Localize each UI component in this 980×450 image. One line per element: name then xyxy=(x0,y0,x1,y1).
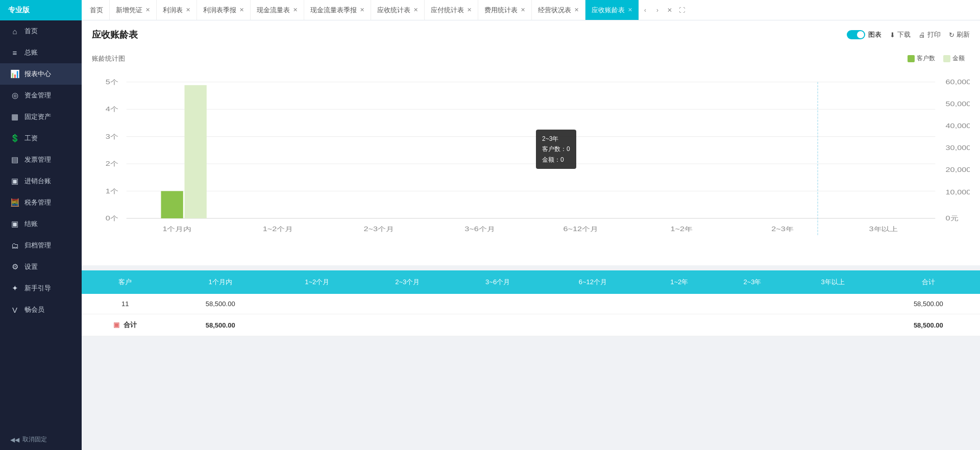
print-button[interactable]: 🖨 打印 xyxy=(919,30,941,39)
total-month1: 58,500.00 xyxy=(169,314,272,336)
funds-icon: ◎ xyxy=(10,91,19,100)
svg-text:2个: 2个 xyxy=(106,160,118,167)
legend-amount-color xyxy=(943,55,950,62)
svg-text:4个: 4个 xyxy=(106,106,118,113)
tab-ar-stat[interactable]: 应收统计表 ✕ xyxy=(371,0,425,20)
tab-cashflow-quarter[interactable]: 现金流量表季报 ✕ xyxy=(304,0,371,20)
sidebar-item-invoice[interactable]: ▤ 发票管理 xyxy=(0,149,82,170)
page-title: 应收账龄表 xyxy=(92,29,138,41)
svg-text:10,000.00元: 10,000.00元 xyxy=(946,189,970,196)
chart-title: 账龄统计图 xyxy=(92,54,970,63)
refresh-button[interactable]: ↻ 刷新 xyxy=(949,30,970,39)
sidebar-item-home[interactable]: ⌂ 首页 xyxy=(0,20,82,42)
col-month1-2: 1~2个月 xyxy=(272,270,362,294)
tab-cashflow-quarter-close[interactable]: ✕ xyxy=(360,7,364,13)
sidebar-item-vip[interactable]: V 畅会员 xyxy=(0,299,82,320)
chart-container: 5个 4个 3个 2个 1个 0个 60,000.00元 50,000.00元 … xyxy=(92,68,970,257)
vip-icon: V xyxy=(10,306,19,314)
chart-toggle-wrap[interactable]: 图表 xyxy=(847,30,881,39)
pin-label: 取消固定 xyxy=(22,435,47,444)
cell-month3-6 xyxy=(453,294,543,314)
page-actions: 图表 ⬇ 下载 🖨 打印 ↻ 刷新 xyxy=(847,30,970,39)
tab-ar-aging-label: 应收账龄表 xyxy=(592,6,625,15)
sidebar-pin-toggle[interactable]: ◀◀ 取消固定 xyxy=(0,429,82,450)
tab-ar-aging-close[interactable]: ✕ xyxy=(628,7,632,13)
tab-ap-stat[interactable]: 应付统计表 ✕ xyxy=(425,0,478,20)
col-year1-2: 1~2年 xyxy=(643,270,716,294)
sidebar-item-inventory[interactable]: ▣ 进销台账 xyxy=(0,170,82,192)
legend-customer-label: 客户数 xyxy=(917,54,935,63)
sidebar-item-label: 固定资产 xyxy=(24,112,51,121)
tab-scroll-right[interactable]: › xyxy=(651,0,664,20)
tab-home-label: 首页 xyxy=(90,6,103,15)
sidebar-item-label: 归档管理 xyxy=(24,241,51,250)
sidebar-item-label: 设置 xyxy=(24,262,38,271)
main-area: 首页 新增凭证 ✕ 利润表 ✕ 利润表季报 ✕ 现金流量表 ✕ 现金流量表季报 … xyxy=(82,0,980,450)
tab-profit-close[interactable]: ✕ xyxy=(186,7,190,13)
total-total: 58,500.00 xyxy=(877,314,980,336)
tab-profit-quarter-close[interactable]: ✕ xyxy=(239,7,244,13)
sidebar-item-ledger[interactable]: ≡ 总账 xyxy=(0,42,82,63)
tab-expense-stat-close[interactable]: ✕ xyxy=(521,7,525,13)
cell-year1-2 xyxy=(643,294,716,314)
tab-ar-stat-label: 应收统计表 xyxy=(377,6,410,15)
archive-icon: 🗂 xyxy=(10,241,19,250)
tab-profit-quarter[interactable]: 利润表季报 ✕ xyxy=(197,0,251,20)
sidebar-item-guide[interactable]: ✦ 新手引导 xyxy=(0,278,82,299)
svg-text:1个: 1个 xyxy=(106,187,118,194)
legend-amount-label: 金额 xyxy=(952,54,965,63)
tab-close-current[interactable]: ✕ xyxy=(664,0,676,20)
total-year1-2 xyxy=(643,314,716,336)
bar-customer-month1[interactable] xyxy=(161,191,183,218)
sidebar-item-archive[interactable]: 🗂 归档管理 xyxy=(0,235,82,256)
tab-home[interactable]: 首页 xyxy=(84,0,110,20)
total-label-text: 合计 xyxy=(124,321,137,329)
total-month2-3 xyxy=(362,314,453,336)
tab-cashflow[interactable]: 现金流量表 ✕ xyxy=(251,0,304,20)
print-label: 打印 xyxy=(927,30,941,39)
tab-expense-stat[interactable]: 费用统计表 ✕ xyxy=(478,0,532,20)
sidebar-item-settings[interactable]: ⚙ 设置 xyxy=(0,256,82,278)
tab-ap-stat-close[interactable]: ✕ xyxy=(467,7,472,13)
col-month6-12: 6~12个月 xyxy=(543,270,643,294)
tab-profit[interactable]: 利润表 ✕ xyxy=(157,0,197,20)
tab-ar-aging[interactable]: 应收账龄表 ✕ xyxy=(585,0,639,20)
table-header-row: 客户 1个月内 1~2个月 2~3个月 3~6个月 6~12个月 1~2年 2~… xyxy=(82,270,980,294)
sidebar-item-label: 资金管理 xyxy=(24,91,51,100)
sidebar-item-label: 进销台账 xyxy=(24,177,51,186)
sidebar-item-closing[interactable]: ▣ 结账 xyxy=(0,213,82,235)
sidebar-item-funds[interactable]: ◎ 资金管理 xyxy=(0,85,82,106)
tab-scroll-left[interactable]: ‹ xyxy=(639,0,651,20)
total-month6-12 xyxy=(543,314,643,336)
guide-icon: ✦ xyxy=(10,284,19,293)
legend-customer-color xyxy=(908,55,915,62)
tab-operation-close[interactable]: ✕ xyxy=(574,7,579,13)
chart-toggle[interactable] xyxy=(847,30,865,39)
chart-svg: 5个 4个 3个 2个 1个 0个 60,000.00元 50,000.00元 … xyxy=(92,68,970,257)
sidebar-item-salary[interactable]: 💲 工资 xyxy=(0,128,82,149)
tab-maximize[interactable]: ⛶ xyxy=(676,0,688,20)
tab-cashflow-close[interactable]: ✕ xyxy=(293,7,298,13)
cell-customer: 11 xyxy=(82,294,169,314)
col-year3plus: 3年以上 xyxy=(789,270,876,294)
sidebar-item-report[interactable]: 📊 报表中心 xyxy=(0,63,82,85)
table-total-row: ▣ 合计 58,500.00 58,500.00 xyxy=(82,314,980,336)
download-button[interactable]: ⬇ 下载 xyxy=(890,30,911,39)
home-icon: ⌂ xyxy=(10,27,19,36)
gear-icon: ⚙ xyxy=(10,262,19,271)
sidebar: 专业版 ⌂ 首页 ≡ 总账 📊 报表中心 ◎ 资金管理 ▦ 固定资产 💲 工资 … xyxy=(0,0,82,450)
sidebar-item-tax[interactable]: 🧮 税务管理 xyxy=(0,192,82,213)
aging-table: 客户 1个月内 1~2个月 2~3个月 3~6个月 6~12个月 1~2年 2~… xyxy=(82,270,980,336)
tab-voucher[interactable]: 新增凭证 ✕ xyxy=(110,0,157,20)
invoice-icon: ▤ xyxy=(10,155,19,164)
report-icon: 📊 xyxy=(10,69,19,79)
svg-text:6~12个月: 6~12个月 xyxy=(563,225,598,232)
bar-amount-month1[interactable] xyxy=(184,85,206,218)
tab-voucher-close[interactable]: ✕ xyxy=(145,7,150,13)
sidebar-item-assets[interactable]: ▦ 固定资产 xyxy=(0,106,82,128)
sidebar-item-label: 畅会员 xyxy=(24,305,44,314)
table-row: 11 58,500.00 58,500.00 xyxy=(82,294,980,314)
tab-operation[interactable]: 经营状况表 ✕ xyxy=(532,0,585,20)
tab-ar-stat-close[interactable]: ✕ xyxy=(413,7,418,13)
sidebar-item-label: 新手引导 xyxy=(24,284,51,293)
